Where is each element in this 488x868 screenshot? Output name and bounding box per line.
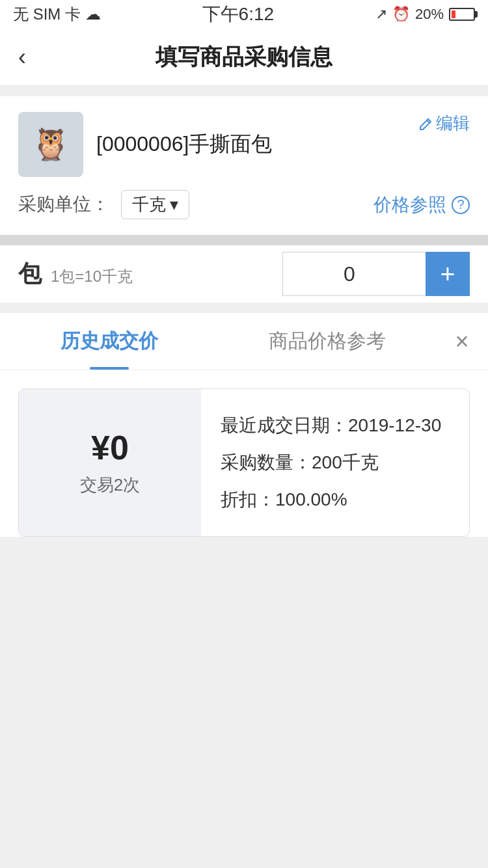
product-owl-icon: 🦉 bbox=[31, 126, 70, 163]
qty-left: 包 1包=10千克 bbox=[18, 258, 133, 290]
product-name: [0000006]手撕面包 bbox=[96, 130, 272, 159]
discount-row: 折扣：100.00% bbox=[221, 487, 450, 512]
battery-icon bbox=[449, 8, 475, 21]
transaction-count: 交易2次 bbox=[80, 474, 140, 496]
location-icon: ↗ bbox=[375, 6, 387, 23]
dropdown-arrow-icon: ▾ bbox=[170, 195, 178, 215]
product-card: 🦉 [0000006]手撕面包 编辑 采购单位： 千克 ▾ 价格参照 ? bbox=[0, 96, 488, 235]
nav-bar: ‹ 填写商品采购信息 bbox=[0, 29, 488, 86]
recent-date-row: 最近成交日期：2019-12-30 bbox=[221, 413, 450, 438]
status-right: ↗ ⏰ 20% bbox=[375, 6, 475, 23]
quantity-input[interactable] bbox=[282, 252, 426, 296]
quantity-plus-button[interactable]: + bbox=[426, 252, 470, 296]
transaction-card: ¥0 交易2次 最近成交日期：2019-12-30 采购数量：200千克 折扣：… bbox=[18, 388, 470, 537]
transaction-left: ¥0 交易2次 bbox=[19, 389, 201, 536]
qty-unit-name: 包 bbox=[18, 258, 42, 290]
page-background bbox=[0, 555, 488, 868]
sim-status: 无 SIM 卡 ☁ bbox=[13, 4, 101, 25]
product-thumbnail: 🦉 bbox=[18, 112, 83, 177]
section-divider bbox=[0, 235, 488, 245]
unit-label: 采购单位： bbox=[18, 194, 109, 214]
transaction-price: ¥0 bbox=[91, 428, 129, 467]
qty-controls: + bbox=[282, 252, 470, 296]
tab-price-reference[interactable]: 商品价格参考 bbox=[218, 313, 436, 370]
edit-button[interactable]: 编辑 bbox=[418, 112, 470, 135]
qty-row-detail: 采购数量：200千克 bbox=[221, 450, 450, 475]
product-unit-row: 采购单位： 千克 ▾ 价格参照 ? bbox=[18, 190, 470, 219]
alarm-icon: ⏰ bbox=[392, 6, 410, 23]
panel: 历史成交价 商品价格参考 × ¥0 交易2次 最近成交日期：2019-12-30… bbox=[0, 313, 488, 537]
transaction-right: 最近成交日期：2019-12-30 采购数量：200千克 折扣：100.00% bbox=[201, 389, 469, 536]
page-title: 填写商品采购信息 bbox=[156, 42, 332, 72]
tab-history-price[interactable]: 历史成交价 bbox=[0, 313, 218, 370]
help-icon: ? bbox=[452, 196, 470, 214]
qty-sub-text: 1包=10千克 bbox=[51, 266, 133, 287]
back-button[interactable]: ‹ bbox=[18, 44, 26, 71]
product-left: 🦉 [0000006]手撕面包 bbox=[18, 112, 272, 177]
status-time: 下午6:12 bbox=[202, 2, 275, 27]
edit-icon bbox=[418, 116, 432, 131]
panel-close-button[interactable]: × bbox=[436, 328, 488, 355]
price-ref-button[interactable]: 价格参照 ? bbox=[373, 193, 470, 217]
status-left: 无 SIM 卡 ☁ bbox=[13, 4, 101, 25]
panel-tabs: 历史成交价 商品价格参考 × bbox=[0, 313, 488, 370]
unit-select[interactable]: 千克 ▾ bbox=[121, 190, 189, 219]
status-bar: 无 SIM 卡 ☁ 下午6:12 ↗ ⏰ 20% bbox=[0, 0, 488, 29]
quantity-row: 包 1包=10千克 + bbox=[0, 245, 488, 303]
unit-row-left: 采购单位： 千克 ▾ bbox=[18, 190, 189, 219]
product-header: 🦉 [0000006]手撕面包 编辑 bbox=[18, 112, 470, 177]
battery-percent: 20% bbox=[415, 6, 444, 23]
